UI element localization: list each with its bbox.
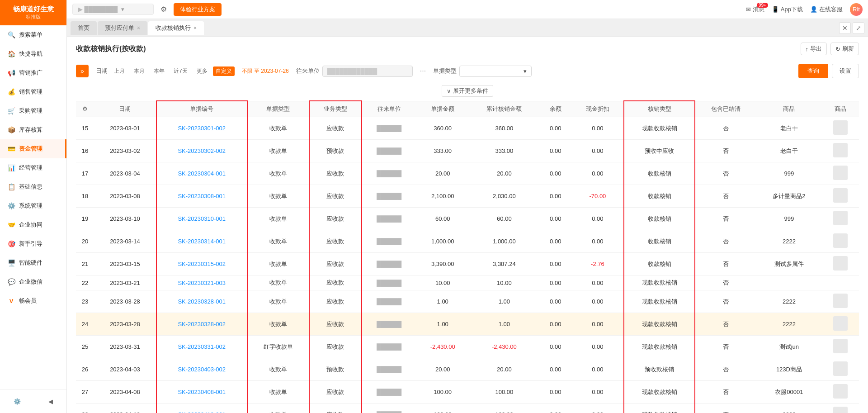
col-header-includesettled[interactable]: 包含已结清 xyxy=(695,101,756,117)
message-btn[interactable]: ✉ 消息 99+ xyxy=(746,5,764,14)
col-header-cancelamount[interactable]: 累计核销金额 xyxy=(469,101,539,117)
col-header-partner[interactable]: 往来单位 xyxy=(362,101,416,117)
sidebar-item-enterprise[interactable]: 🤝 企业协同 xyxy=(0,215,66,234)
col-header-goods2[interactable]: 商品 xyxy=(822,101,859,117)
sku-link[interactable]: SK-20230308-001 xyxy=(178,193,226,199)
sidebar-item-finance[interactable]: 💳 资金管理 xyxy=(0,139,66,158)
main-area: ▶ ████████ ▾ ⚙ 体验行业方案 ✉ 消息 99+ 📱 App下载 👤… xyxy=(67,0,868,413)
expand-more-btn[interactable]: ∨ 展开更多条件 xyxy=(442,85,493,97)
marketing-icon: 📢 xyxy=(7,69,15,77)
table-row: 15 2023-03-01 SK-20230301-002 收款单 应收款 ██… xyxy=(76,117,859,140)
col-header-vouchertype[interactable]: 单据类型 xyxy=(247,101,309,117)
sidebar-item-hardware[interactable]: 🖥️ 智能硬件 xyxy=(0,253,66,272)
cell-date: 2023-04-08 xyxy=(94,381,156,404)
filter-date-lastmonth[interactable]: 上月 xyxy=(110,66,128,76)
cell-canceltype: 预收款核销 xyxy=(624,358,695,381)
cell-includesettled: 否 xyxy=(695,117,756,140)
sku-link[interactable]: SK-20230331-002 xyxy=(178,343,226,350)
sidebar-item-inventory[interactable]: 📦 库存核算 xyxy=(0,120,66,139)
tab-home[interactable]: 首页 xyxy=(71,21,97,35)
cell-amount: -2,430.00 xyxy=(416,336,469,358)
sku-link[interactable]: SK-20230328-002 xyxy=(178,321,226,328)
col-header-canceltype[interactable]: 核销类型 xyxy=(624,101,695,117)
sidebar-item-basic[interactable]: 📋 基础信息 xyxy=(0,177,66,196)
cell-partner: ██████ xyxy=(362,381,416,404)
tab-close-all-btn[interactable]: ✕ xyxy=(839,22,851,34)
sku-link[interactable]: SK-20230418-001 xyxy=(178,411,226,413)
cell-goods: 多计量商品2 xyxy=(756,185,822,208)
filter-date-thismonth[interactable]: 本月 xyxy=(130,66,148,76)
col-header-amount[interactable]: 单据金额 xyxy=(416,101,469,117)
industry-solution-btn[interactable]: 体验行业方案 xyxy=(174,3,222,16)
sidebar-item-sales[interactable]: 💰 销售管理 xyxy=(0,82,66,101)
sku-link[interactable]: SK-20230328-001 xyxy=(178,298,226,305)
filter-partner-input[interactable]: ████████████ xyxy=(322,66,413,77)
sidebar-settings-btn[interactable]: ⚙️ xyxy=(6,394,28,409)
col-header-goods[interactable]: 商品 xyxy=(756,101,822,117)
sku-link[interactable]: SK-20230408-001 xyxy=(178,389,226,395)
cell-includesettled: 否 xyxy=(695,290,756,313)
sidebar-item-member[interactable]: V 畅会员 xyxy=(0,291,66,310)
cell-canceltype: 现款收款核销 xyxy=(624,404,695,413)
cell-cancelamount: 333.00 xyxy=(469,140,539,162)
cell-no: 27 xyxy=(76,381,94,404)
sku-link[interactable]: SK-20230304-001 xyxy=(178,170,226,177)
tab-prepay[interactable]: 预付应付单 × xyxy=(98,21,147,35)
sidebar-item-guide[interactable]: 🎯 新手引导 xyxy=(0,234,66,253)
sidebar-collapse-btn[interactable]: ◀ xyxy=(41,394,60,409)
cell-cashdiscount: -2.76 xyxy=(572,253,624,275)
col-header-cashdiscount[interactable]: 现金折扣 xyxy=(572,101,624,117)
app-logo[interactable]: 畅康道好生意 标推版 xyxy=(0,0,66,25)
col-header-biztype[interactable]: 业务类型 xyxy=(309,101,362,117)
sidebar-item-operations[interactable]: 📊 经营管理 xyxy=(0,158,66,177)
filter-vouchertype-select[interactable]: ▾ xyxy=(459,66,532,77)
cell-cancelamount: 3,387.24 xyxy=(469,253,539,275)
tab-collect-close[interactable]: × xyxy=(193,25,197,31)
online-service-btn[interactable]: 👤 在线客服 xyxy=(810,5,843,14)
topbar-search-box[interactable]: ▶ ████████ ▾ xyxy=(72,4,154,15)
sku-link[interactable]: SK-20230301-002 xyxy=(178,125,226,132)
tab-expand-btn[interactable]: ⤢ xyxy=(853,22,864,34)
settings-btn[interactable]: 设置 xyxy=(832,64,859,78)
col-header-date[interactable]: 日期 xyxy=(94,101,156,117)
cell-amount: 333.00 xyxy=(416,140,469,162)
col-header-skucode[interactable]: 单据编号 xyxy=(156,101,247,117)
app-download-btn[interactable]: 📱 App下载 xyxy=(772,5,803,14)
sku-link[interactable]: SK-20230314-001 xyxy=(178,238,226,245)
sku-link[interactable]: SK-20230315-002 xyxy=(178,261,226,267)
filter-date-more[interactable]: 更多 xyxy=(193,66,211,76)
basic-icon: 📋 xyxy=(7,183,15,191)
filter-date-7days[interactable]: 近7天 xyxy=(170,66,191,76)
wechat-icon: 💬 xyxy=(7,278,15,286)
sidebar-item-wechat[interactable]: 💬 企业微信 xyxy=(0,272,66,291)
col-header-settings[interactable]: ⚙ xyxy=(76,101,94,117)
export-btn[interactable]: ↑ 导出 xyxy=(801,43,827,55)
tab-collect[interactable]: 收款核销执行 × xyxy=(148,21,204,35)
filter-expand-btn[interactable]: » xyxy=(76,65,89,77)
filter-partner-label: 往来单位 xyxy=(296,67,320,75)
sidebar-item-label: 快捷导航 xyxy=(19,50,42,58)
topbar-gear-btn[interactable]: ⚙ xyxy=(157,3,170,16)
table-row: 28 2023-04-18 SK-20230418-001 收款单 应收款 ██… xyxy=(76,404,859,413)
cell-balance: 0.00 xyxy=(539,185,572,208)
table-row: 18 2023-03-08 SK-20230308-001 收款单 应收款 ██… xyxy=(76,185,859,208)
tab-prepay-close[interactable]: × xyxy=(137,25,140,31)
sidebar-item-purchase[interactable]: 🛒 采购管理 xyxy=(0,101,66,120)
filter-date-custom[interactable]: 自定义 xyxy=(213,66,235,76)
sku-link[interactable]: SK-20230302-002 xyxy=(178,147,226,154)
refresh-btn[interactable]: ↻ 刷新 xyxy=(830,43,859,55)
sku-link[interactable]: SK-20230321-003 xyxy=(178,280,226,286)
user-avatar[interactable]: Rit xyxy=(850,3,863,16)
filter-date-thisyear[interactable]: 本年 xyxy=(150,66,168,76)
query-btn[interactable]: 查询 xyxy=(798,64,828,78)
sku-link[interactable]: SK-20230310-001 xyxy=(178,215,226,222)
sidebar-item-search[interactable]: 🔍 搜索菜单 xyxy=(0,25,66,44)
cell-date: 2023-04-18 xyxy=(94,404,156,413)
col-header-balance[interactable]: 余额 xyxy=(539,101,572,117)
cell-canceltype: 收款核销 xyxy=(624,253,695,275)
sku-link[interactable]: SK-20230403-002 xyxy=(178,366,226,373)
sidebar-item-marketing[interactable]: 📢 营销推广 xyxy=(0,63,66,82)
table-container[interactable]: ⚙ 日期 单据编号 单据类型 业务类型 往来单位 单据金额 累计核销金额 余额 … xyxy=(67,100,868,413)
sidebar-item-system[interactable]: ⚙️ 系统管理 xyxy=(0,196,66,215)
sidebar-item-quicknav[interactable]: 🏠 快捷导航 xyxy=(0,44,66,63)
